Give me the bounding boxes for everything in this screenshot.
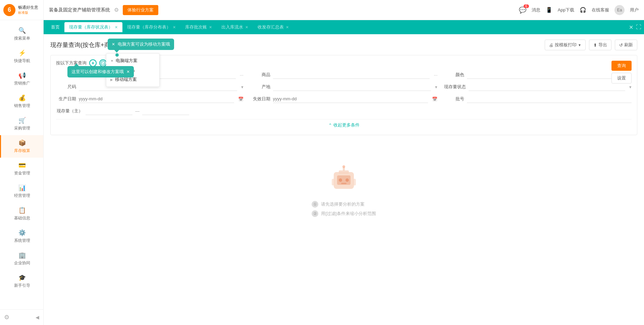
svg-rect-9 [332,179,334,185]
inventory-status-dropdown-icon[interactable]: ▾ [629,85,632,90]
tab-in-out-flow[interactable]: 出入库流水 ✕ [217,22,253,32]
tab-close-all-icon[interactable]: ✕ [629,24,633,31]
warehouse-dots-icon[interactable]: ··· [240,72,244,77]
tab-inventory-dist-label: 现存量（库存分布表） [127,24,171,30]
svg-point-8 [342,165,345,168]
scheme-desktop-parent[interactable]: ▼ 电脑端方案 [106,56,159,66]
system-name: 装备及固定资产辅助管理系统 [49,7,110,13]
tooltip2-text: 这里可以创建和修改方案哦 [71,69,124,75]
sidebar-item-operation[interactable]: 📊 经营管理 [0,180,43,203]
inventory-status-label: 现存量状态 [444,84,466,90]
sidebar-item-marketing[interactable]: 📢 营销推广 [0,68,43,90]
trial-btn[interactable]: 体验行业方案 [123,5,158,15]
notice-wrap[interactable]: 💬 6 [519,6,526,14]
collapse-label: 收起更多条件 [333,122,360,128]
scheme-mobile-arrow: ▶ [110,78,113,82]
tab-inventory-dist[interactable]: 现存量（库存分布表） ✕ [122,22,180,32]
tab-fullscreen-icon[interactable]: ⛶ [636,24,641,30]
settings-icon[interactable]: ⚙ [4,314,9,321]
produce-date-input[interactable] [79,95,234,103]
tab-inventory-dist-close[interactable]: ✕ [173,25,176,30]
user-name-label[interactable]: 用户 [630,7,639,13]
sidebar-item-basic[interactable]: 📋 基础信息 [0,203,43,225]
quantity-label: 现存量（主） [56,108,83,114]
sidebar-item-system[interactable]: ⚙️ 系统管理 [0,225,43,248]
tooltip-create: 这里可以创建和修改方案哦 ✕ [67,66,134,77]
print-icon: 🖨 [549,43,553,48]
tab-receive-summary[interactable]: 收发存汇总表 ✕ [253,22,293,32]
header-left: 装备及固定资产辅助管理系统 ⚙ 体验行业方案 [49,5,158,15]
tab-batch-ledger[interactable]: 库存批次账 ✕ [180,22,217,32]
expire-date-calendar-icon[interactable]: 📅 [432,97,437,102]
content-area: 现存量查询(按仓库+商品) 🖨 按模板打印 ▼ ⬆ 导出 ↺ 刷新 [44,34,644,325]
inventory-status-input[interactable] [469,83,625,91]
tab-inventory-status-close[interactable]: ✕ [115,25,118,30]
online-service-link[interactable]: 在线客服 [592,7,609,13]
sidebar-finance-label: 资金管理 [14,170,30,176]
collapse-bar[interactable]: ⌃ 收起更多条件 [56,119,632,131]
filter-row4: 现存量（主） — [56,107,632,115]
print-btn-label: 按模板打印 [555,42,577,48]
quantity-min-input[interactable] [86,107,132,115]
origin-dropdown-icon[interactable]: ▾ [435,85,437,90]
sidebar-item-search[interactable]: 🔍 搜索菜单 [0,23,43,45]
sidebar-quicknav-label: 快捷导航 [14,58,30,64]
svg-point-4 [345,178,349,182]
tab-in-out-flow-close[interactable]: ✕ [245,25,248,30]
sidebar-item-purchase[interactable]: 🛒 采购管理 [0,113,43,135]
expire-date-input[interactable] [273,95,428,103]
search-btn[interactable]: 查询 [611,61,632,71]
app-download-link[interactable]: App下载 [558,7,574,13]
brand-name: 畅通好生意 [18,5,38,10]
tab-receive-summary-close[interactable]: ✕ [286,25,289,30]
filter-edit-btn[interactable] [99,59,107,67]
origin-input[interactable] [273,83,431,91]
search-nav-icon: 🔍 [18,27,26,34]
produce-date-label: 生产日期 [56,96,76,102]
sidebar-nav: 🔍 搜索菜单 ⚡ 快捷导航 📢 营销推广 💰 销售管理 🛒 采购管理 📦 库存核… [0,20,43,309]
produce-date-calendar-icon[interactable]: 📅 [238,97,244,102]
reset-btn[interactable]: 设置 [611,73,632,84]
svg-rect-5 [341,183,346,184]
tab-inventory-status[interactable]: 现存量（库存状况表） ✕ [64,22,122,32]
collapse-icon[interactable]: ◀ [36,315,39,320]
batch-input[interactable] [467,95,632,103]
refresh-btn[interactable]: ↺ 刷新 [615,40,637,50]
empty-step-2: ② 用[过滤]条件来缩小分析范围 [312,210,376,217]
sidebar-guide-label: 新手引导 [14,283,30,288]
sidebar-marketing-label: 营销推广 [14,80,30,86]
expire-date-label: 失效日期 [250,96,270,102]
sidebar-item-enterprise[interactable]: 🏢 企业协同 [0,248,43,270]
filter-add-btn[interactable]: + [89,59,97,67]
sidebar-bottom: ⚙ ◀ [0,309,43,325]
quantity-max-input[interactable] [142,107,189,115]
tab-home[interactable]: 首页 [46,22,64,32]
step1-num: ① [312,201,318,208]
size-dropdown-icon[interactable]: ▾ [241,85,244,90]
settings-gear-icon[interactable]: ⚙ [114,7,119,13]
filter-section: 按以下方案查询 + « ▼ 电脑端方案 ▷ 按货品 [50,55,637,135]
sidebar-item-quick-nav[interactable]: ⚡ 快捷导航 [0,45,43,68]
color-input[interactable] [467,71,625,79]
filter-row3: 生产日期 📅 失效日期 📅 批号 [56,95,632,103]
sidebar-item-inventory[interactable]: 📦 库存核算 [0,135,43,158]
tooltip2-close[interactable]: ✕ [126,69,130,74]
notice-label[interactable]: 消息 [532,7,540,13]
edit-icon [101,61,105,65]
user-avatar[interactable]: Ea [614,5,625,15]
toolbar-right: 🖨 按模板打印 ▼ ⬆ 导出 ↺ 刷新 [545,40,637,50]
sidebar-item-sales[interactable]: 💰 销售管理 [0,90,43,113]
batch-label: 批号 [444,96,464,102]
sidebar-search-label: 搜索菜单 [14,36,30,41]
guide-icon: 🎓 [18,274,26,281]
sidebar-item-guide[interactable]: 🎓 新手引导 [0,270,43,292]
filter-action-btns: 查询 设置 [611,61,632,84]
filter-produce-date: 生产日期 📅 [56,95,244,103]
tab-batch-ledger-close[interactable]: ✕ [209,25,212,30]
sidebar-item-finance[interactable]: 💳 资金管理 [0,158,43,180]
goods-input[interactable] [273,71,430,79]
goods-dots-icon[interactable]: ··· [434,72,437,77]
print-btn[interactable]: 🖨 按模板打印 ▼ [545,40,586,50]
tooltip1-close[interactable]: ✕ [112,42,115,47]
export-btn[interactable]: ⬆ 导出 [589,40,611,50]
